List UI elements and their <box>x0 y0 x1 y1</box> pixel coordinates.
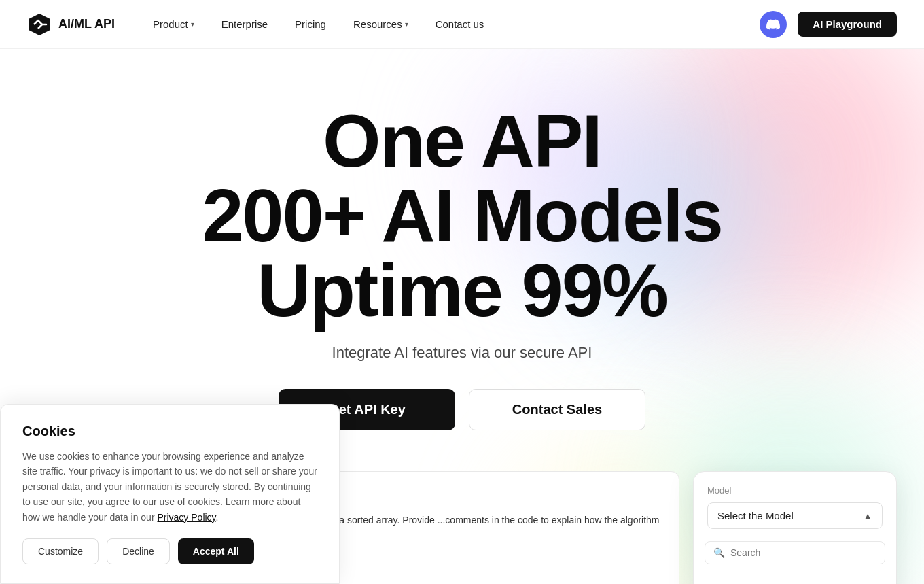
nav-enterprise[interactable]: Enterprise <box>211 13 279 35</box>
logo-icon <box>27 12 52 37</box>
hero-title-line3: Uptime 99% <box>202 253 722 328</box>
nav-pricing[interactable]: Pricing <box>284 13 337 35</box>
cookie-title: Cookies <box>22 424 317 439</box>
logo[interactable]: AI/ML API <box>27 12 115 37</box>
contact-sales-button[interactable]: Contact Sales <box>469 389 645 430</box>
product-chevron-icon: ▾ <box>191 20 194 28</box>
nav-right: AI Playground <box>760 11 897 38</box>
customize-button[interactable]: Customize <box>22 538 99 564</box>
nav-resources[interactable]: Resources ▾ <box>342 13 419 35</box>
ai-playground-button[interactable]: AI Playground <box>798 12 897 37</box>
nav-links: Product ▾ Enterprise Pricing Resources ▾… <box>142 13 760 35</box>
discord-button[interactable] <box>760 11 787 38</box>
hero-title-line1: One API <box>202 103 722 178</box>
model-select-text: Select the Model <box>717 510 794 521</box>
privacy-policy-link[interactable]: Privacy Policy <box>157 512 215 523</box>
chevron-up-icon: ▲ <box>863 511 872 521</box>
model-search-input[interactable] <box>730 547 876 558</box>
navbar: AI/ML API Product ▾ Enterprise Pricing R… <box>0 0 924 49</box>
model-panel-header: Model Select the Model ▲ <box>694 472 896 534</box>
hero-title-line2: 200+ AI Models <box>202 178 722 253</box>
cookie-buttons: Customize Decline Accept All <box>22 538 317 564</box>
model-panel: Model Select the Model ▲ 🔍 OpenAI GPT 4o… <box>693 471 897 584</box>
nav-contact[interactable]: Contact us <box>425 13 495 35</box>
model-label: Model <box>707 485 883 496</box>
nav-product[interactable]: Product ▾ <box>142 13 205 35</box>
discord-icon <box>766 18 780 31</box>
model-search-bar[interactable]: 🔍 <box>705 541 885 564</box>
accept-all-button[interactable]: Accept All <box>178 538 254 564</box>
model-group-openai: OpenAI <box>694 577 896 584</box>
logo-text: AI/ML API <box>58 17 115 31</box>
cookie-text: We use cookies to enhance your browsing … <box>22 449 317 525</box>
decline-button[interactable]: Decline <box>107 538 170 564</box>
cookie-banner: Cookies We use cookies to enhance your b… <box>0 404 340 584</box>
model-select-bar[interactable]: Select the Model ▲ <box>707 502 883 529</box>
hero-content: One API 200+ AI Models Uptime 99% Integr… <box>202 103 722 430</box>
search-icon: 🔍 <box>713 547 725 558</box>
model-list: OpenAI GPT 4o PRO GPT o3-mini PRO Deepse… <box>694 571 896 584</box>
hero-subtitle: Integrate AI features via our secure API <box>202 344 722 362</box>
resources-chevron-icon: ▾ <box>405 20 408 28</box>
